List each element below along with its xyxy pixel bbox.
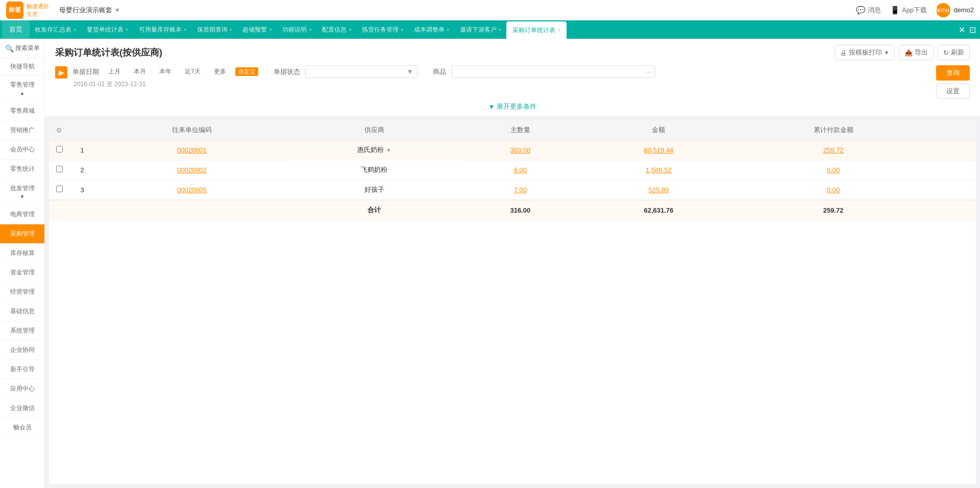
row-partner-code[interactable]: 00020005 <box>95 180 289 200</box>
sidebar-label: 零售统计 <box>10 165 35 172</box>
tab-拣货任务管理[interactable]: 拣货任务管理 × <box>357 20 409 39</box>
tab-close-icon[interactable]: × <box>74 27 77 33</box>
row-partner-code[interactable]: 00020001 <box>95 140 289 161</box>
tab-home[interactable]: 首页 <box>2 20 30 39</box>
date-7days-btn[interactable]: 近7天 <box>181 66 205 77</box>
tab-保质期查询[interactable]: 保质期查询 × <box>192 20 238 39</box>
sidebar-item-capital[interactable]: 资金管理 <box>0 263 44 282</box>
nav-tabs-bar: 首页 收发存汇总表 × 要货单统计表 × 可用量库存账本 × 保质期查询 × 超… <box>0 20 980 39</box>
tab-expand-icon[interactable]: ⊡ <box>969 25 976 35</box>
sidebar-label: 采购管理 <box>10 230 35 237</box>
tab-close-icon[interactable]: × <box>184 27 187 33</box>
filter-toggle-btn[interactable]: ▶ <box>55 66 67 79</box>
goods-input[interactable] <box>451 65 655 78</box>
col-settings[interactable]: ⚙ <box>49 120 69 140</box>
tab-功能说明[interactable]: 功能说明 × <box>277 20 317 39</box>
settings-btn[interactable]: 设置 <box>936 84 970 99</box>
workspace-selector[interactable]: 母婴行业演示账套 ▼ <box>59 6 120 15</box>
logo-icon: 标签 <box>6 2 23 19</box>
export-icon: 📤 <box>904 49 913 57</box>
tab-收发存汇总表[interactable]: 收发存汇总表 × <box>30 20 82 39</box>
sidebar-item-ecommerce[interactable]: 电商管理 <box>0 205 44 224</box>
tab-close-icon[interactable]: × <box>557 28 560 33</box>
sidebar-item-sys-admin[interactable]: 系统管理 <box>0 321 44 341</box>
sidebar-item-inventory[interactable]: 库存核算 <box>0 244 44 263</box>
sidebar-item-new-guide[interactable]: 新手引导 <box>0 360 44 379</box>
logo-text: 畅捷通好生意 <box>27 3 49 17</box>
row-supplier: 惠氏奶粉 ▼ <box>289 140 460 160</box>
sidebar-label: 零售商城 <box>10 107 35 114</box>
template-print-btn[interactable]: 🖨 按模板打印 ▼ <box>835 45 895 60</box>
sidebar-item-enterprise[interactable]: 企业协同 <box>0 341 44 360</box>
refresh-btn[interactable]: ↻ 刷新 <box>938 45 970 60</box>
search-label: 搜索菜单 <box>15 44 40 53</box>
sidebar-item-basic-info[interactable]: 基础信息 <box>0 302 44 321</box>
arrow-icon: ▲ <box>20 90 25 96</box>
tab-close-icon[interactable]: × <box>349 27 352 33</box>
row-qty[interactable]: 6.00 <box>460 160 581 180</box>
sidebar-item-purchase[interactable]: 采购管理 <box>0 224 44 244</box>
row-checkbox[interactable] <box>49 140 69 161</box>
message-icon: 💬 <box>856 6 866 15</box>
sidebar-item-zero-stat[interactable]: 零售统计 <box>0 160 44 179</box>
sidebar-item-operations[interactable]: 经营管理 <box>0 282 44 302</box>
tab-配置信息[interactable]: 配置信息 × <box>317 20 357 39</box>
footer-label: 合计 <box>289 200 460 220</box>
sidebar-item-app-center[interactable]: 应用中心 <box>0 379 44 399</box>
status-select[interactable] <box>305 65 418 78</box>
row-qty[interactable]: 303.00 <box>460 140 581 161</box>
message-btn[interactable]: 💬 消息 <box>856 6 881 15</box>
tab-close-all-icon[interactable]: ✕ <box>959 25 965 35</box>
tab-label: 收发存汇总表 <box>35 25 71 34</box>
row-paid[interactable]: 0.00 <box>737 180 930 200</box>
tab-超储预警[interactable]: 超储预警 × <box>237 20 277 39</box>
col-partner-code: 往来单位编码 <box>95 120 289 140</box>
user-area[interactable]: demo2 demo2 <box>936 3 974 17</box>
date-this-month-btn[interactable]: 本月 <box>130 66 150 77</box>
row-paid[interactable]: 0.00 <box>737 160 930 180</box>
row-amount[interactable]: 60,519.44 <box>581 140 737 161</box>
expand-filters-btn[interactable]: ▼ 展开更多条件 <box>488 102 537 111</box>
sidebar-item-enterprise-wechat[interactable]: 企业微信 <box>0 399 44 418</box>
sidebar-item-zero-shop[interactable]: 零售商城 <box>0 101 44 121</box>
tab-close-icon[interactable]: × <box>447 27 450 33</box>
tab-close-icon[interactable]: × <box>499 27 502 33</box>
app-download-btn[interactable]: 📱 App下载 <box>890 6 927 15</box>
sidebar-item-marketing[interactable]: 营销推广 <box>0 121 44 140</box>
search-menu-btn[interactable]: 🔍 搜索菜单 <box>0 39 44 58</box>
tab-close-icon[interactable]: × <box>401 27 404 33</box>
sidebar-item-wholesale[interactable]: 批发管理 ▼ <box>0 179 44 205</box>
tab-可用量库存账本[interactable]: 可用量库存账本 × <box>134 20 192 39</box>
avatar: demo2 <box>936 3 950 17</box>
tab-要货单统计表[interactable]: 要货单统计表 × <box>82 20 134 39</box>
tab-close-icon[interactable]: × <box>126 27 129 33</box>
sidebar-item-member[interactable]: 会员中心 <box>0 140 44 160</box>
quick-nav-label: 快捷导航 <box>10 63 35 70</box>
tab-成本调整单[interactable]: 成本调整单 × <box>409 20 455 39</box>
tab-close-icon[interactable]: × <box>269 27 272 33</box>
row-checkbox[interactable] <box>49 180 69 200</box>
quick-nav-btn[interactable]: 快捷导航 <box>0 58 44 75</box>
tab-邀请下游客户[interactable]: 邀请下游客户 × <box>455 20 507 39</box>
sidebar-item-zero-retail[interactable]: 零售管理 ▲ <box>0 75 44 101</box>
date-last-month-btn[interactable]: 上月 <box>104 66 125 77</box>
query-btn[interactable]: 查询 <box>936 65 970 81</box>
row-paid[interactable]: 259.72 <box>737 140 930 161</box>
row-select-checkbox[interactable] <box>56 166 63 172</box>
row-select-checkbox[interactable] <box>56 186 63 192</box>
tab-close-icon[interactable]: × <box>230 27 233 33</box>
tab-close-icon[interactable]: × <box>309 27 312 33</box>
gear-icon[interactable]: ⚙ <box>56 126 62 134</box>
export-btn[interactable]: 📤 导出 <box>899 45 934 60</box>
tab-采购订单统计表[interactable]: 采购订单统计表 × <box>506 21 567 39</box>
date-this-year-btn[interactable]: 本年 <box>155 66 176 77</box>
row-amount[interactable]: 525.80 <box>581 180 737 200</box>
row-amount[interactable]: 1,586.52 <box>581 160 737 180</box>
sidebar-item-member2[interactable]: 畅会员 <box>0 418 44 438</box>
date-more-btn[interactable]: 更多 <box>210 66 230 77</box>
row-partner-code[interactable]: 00020002 <box>95 160 289 180</box>
tab-home-label: 首页 <box>9 25 22 34</box>
row-qty[interactable]: 7.00 <box>460 180 581 200</box>
row-checkbox[interactable] <box>49 160 69 180</box>
row-select-checkbox[interactable] <box>56 146 63 152</box>
